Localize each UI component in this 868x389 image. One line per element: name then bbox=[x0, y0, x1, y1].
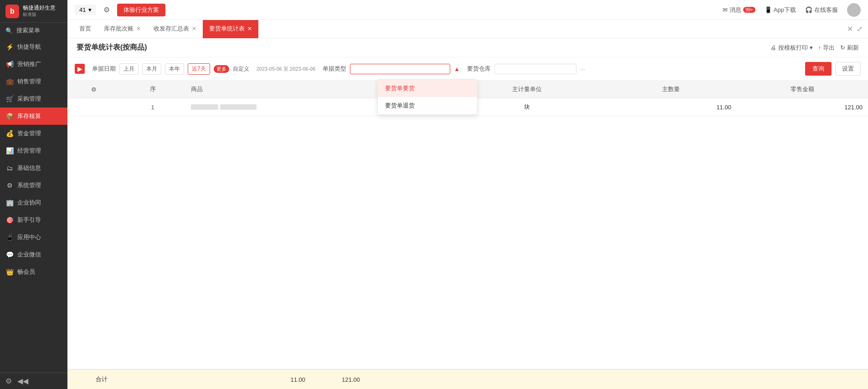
sidebar-item-basics[interactable]: 🗂 基础信息 bbox=[0, 159, 67, 177]
logo-title: 畅捷通好生意 bbox=[23, 5, 56, 12]
sidebar-item-operations[interactable]: 📊 经营管理 bbox=[0, 142, 67, 159]
logo-icon: b bbox=[5, 5, 19, 18]
sidebar-item-label: 系统管理 bbox=[17, 181, 41, 189]
page-title: 要货单统计表(按商品) bbox=[77, 43, 147, 52]
basics-icon: 🗂 bbox=[5, 164, 14, 172]
refresh-btn[interactable]: ↻ 刷新 bbox=[840, 44, 859, 52]
refresh-label: 刷新 bbox=[847, 44, 859, 52]
top-header: 41 ▾ ⚙ 体验行业方案 ✉ 消息 99+ 📱 App下载 🎧 在线客服 bbox=[67, 0, 868, 20]
date-btn-this-month[interactable]: 本月 bbox=[142, 63, 161, 75]
date-btn-last-month[interactable]: 上月 bbox=[119, 63, 139, 75]
logo-sub: 标准版 bbox=[23, 11, 56, 18]
messages-action[interactable]: ✉ 消息 99+ bbox=[723, 6, 755, 14]
tab-collect-summary[interactable]: 收发存汇总表 ✕ bbox=[147, 20, 203, 38]
cell-settings bbox=[67, 98, 120, 116]
guide-icon: 🎯 bbox=[5, 216, 14, 224]
warehouse-filter-group: 要货仓库 ··· bbox=[467, 64, 585, 74]
settings-button[interactable]: 设置 bbox=[835, 62, 861, 76]
col-quantity: 主数量 bbox=[606, 81, 737, 98]
collapse-icon[interactable]: ◀◀ bbox=[17, 377, 28, 385]
tab-expand-icon[interactable]: ⤢ bbox=[857, 25, 863, 33]
industry-btn[interactable]: 体验行业方案 bbox=[117, 4, 165, 16]
cell-amount: 121.00 bbox=[737, 98, 868, 116]
header-gear-icon[interactable]: ⚙ bbox=[103, 5, 110, 14]
tab-label: 库存批次账 bbox=[104, 25, 134, 33]
tab-close-icon[interactable]: ✕ bbox=[247, 26, 252, 32]
warehouse-label: 要货仓库 bbox=[467, 65, 491, 73]
sidebar-item-finance[interactable]: 💰 资金管理 bbox=[0, 125, 67, 142]
dropdown-item-label: 要货单要货 bbox=[385, 85, 415, 92]
sidebar-item-label: 采购管理 bbox=[17, 95, 41, 103]
sidebar-item-appstore[interactable]: 📱 应用中心 bbox=[0, 229, 67, 246]
operations-icon: 📊 bbox=[5, 147, 14, 155]
tab-close-all-icon[interactable]: ✕ bbox=[847, 25, 853, 33]
purchase-icon: 🛒 bbox=[5, 95, 14, 103]
tab-label: 收发存汇总表 bbox=[154, 25, 189, 33]
tab-close-icon[interactable]: ✕ bbox=[136, 26, 141, 32]
sidebar-item-wechat[interactable]: 💬 企业微信 bbox=[0, 246, 67, 263]
print-btn[interactable]: 🖨 按模板打印 ▾ bbox=[770, 44, 813, 52]
online-service-action[interactable]: 🎧 在线客服 bbox=[805, 6, 838, 14]
sidebar-search[interactable]: 🔍 搜索菜单 bbox=[0, 23, 67, 38]
chevron-down-icon: ▾ bbox=[88, 6, 92, 13]
app-download-action[interactable]: 📱 App下载 bbox=[765, 6, 796, 14]
store-selector[interactable]: 41 ▾ bbox=[75, 5, 96, 15]
type-dropdown: 要货单要货 要货单退货 bbox=[377, 79, 478, 115]
dropdown-item-order-goods[interactable]: 要货单要货 bbox=[378, 80, 477, 97]
query-button[interactable]: 查询 bbox=[805, 62, 832, 76]
quick-nav-icon: ⚡ bbox=[5, 43, 14, 51]
user-avatar[interactable] bbox=[847, 3, 861, 17]
date-btn-7days[interactable]: 近7天 bbox=[188, 63, 210, 75]
date-btn-this-year[interactable]: 本年 bbox=[165, 63, 184, 75]
more-badge[interactable]: 更多 bbox=[214, 65, 229, 73]
footer-amount: 121.00 bbox=[314, 376, 360, 383]
home-label: 首页 bbox=[79, 25, 91, 33]
dropdown-item-order-return[interactable]: 要货单退货 bbox=[378, 97, 477, 114]
export-btn[interactable]: ↑ 导出 bbox=[818, 44, 835, 52]
sidebar-item-label: 快捷导航 bbox=[17, 43, 41, 51]
footer-quantity: 11.00 bbox=[260, 376, 305, 383]
sales-icon: 💼 bbox=[5, 77, 14, 86]
tab-label: 要货单统计表 bbox=[209, 25, 245, 33]
sidebar-item-member[interactable]: 👑 畅会员 bbox=[0, 263, 67, 281]
sidebar-item-label: 畅会员 bbox=[17, 268, 35, 276]
sidebar-item-system[interactable]: ⚙ 系统管理 bbox=[0, 177, 67, 194]
warehouse-more-icon[interactable]: ··· bbox=[580, 66, 585, 72]
sidebar-logo: b 畅捷通好生意 标准版 bbox=[0, 0, 67, 23]
sidebar-item-purchase[interactable]: 🛒 采购管理 bbox=[0, 90, 67, 107]
filter-bar: ▶ 单据日期 上月 本月 本年 近7天 更多 自定义 2023-05-06 至 … bbox=[67, 57, 868, 81]
store-name: 41 bbox=[79, 6, 86, 13]
tab-close-icon[interactable]: ✕ bbox=[192, 26, 196, 32]
settings-footer-icon[interactable]: ⚙ bbox=[5, 377, 12, 385]
type-input[interactable] bbox=[350, 64, 450, 74]
tab-batch-account[interactable]: 库存批次账 ✕ bbox=[98, 20, 147, 38]
sidebar-item-inventory[interactable]: 📦 库存核算 bbox=[0, 107, 67, 125]
type-arrow-icon[interactable]: ▲ bbox=[454, 66, 460, 72]
sidebar-item-guide[interactable]: 🎯 新手引导 bbox=[0, 211, 67, 229]
print-icon: 🖨 bbox=[770, 44, 776, 51]
footer-label: 合计 bbox=[73, 375, 205, 384]
sidebar-item-label: 企业协同 bbox=[17, 199, 41, 207]
page-title-bar: 要货单统计表(按商品) 🖨 按模板打印 ▾ ↑ 导出 ↻ 刷新 bbox=[67, 38, 868, 57]
custom-date-btn[interactable]: 自定义 bbox=[233, 65, 249, 73]
sidebar-item-sales[interactable]: 💼 销售管理 bbox=[0, 73, 67, 90]
warehouse-input[interactable] bbox=[494, 64, 576, 74]
tab-order-summary[interactable]: 要货单统计表 ✕ bbox=[203, 20, 258, 38]
export-label: 导出 bbox=[823, 44, 835, 52]
sidebar-item-enterprise[interactable]: 🏢 企业协同 bbox=[0, 194, 67, 211]
type-label: 单据类型 bbox=[323, 65, 346, 73]
filter-expand-btn[interactable]: ▶ bbox=[75, 64, 85, 74]
member-icon: 👑 bbox=[5, 268, 14, 276]
sidebar-item-marketing[interactable]: 📢 营销推广 bbox=[0, 56, 67, 73]
col-num: 序 bbox=[120, 81, 185, 98]
filter-actions: 查询 设置 bbox=[805, 62, 861, 76]
sidebar-item-label: 基础信息 bbox=[17, 164, 41, 172]
chevron-down-icon: ▾ bbox=[810, 44, 813, 51]
refresh-icon: ↻ bbox=[840, 44, 845, 51]
sidebar-item-quick-nav[interactable]: ⚡ 快捷导航 bbox=[0, 38, 67, 56]
main-area: 41 ▾ ⚙ 体验行业方案 ✉ 消息 99+ 📱 App下载 🎧 在线客服 首页 bbox=[67, 0, 868, 389]
tab-home[interactable]: 首页 bbox=[73, 20, 98, 38]
col-settings[interactable]: ⚙ bbox=[67, 81, 120, 98]
sidebar-item-label: 经营管理 bbox=[17, 147, 41, 155]
sidebar-nav: ⚡ 快捷导航 📢 营销推广 💼 销售管理 🛒 采购管理 📦 库存核算 💰 资金管… bbox=[0, 38, 67, 373]
